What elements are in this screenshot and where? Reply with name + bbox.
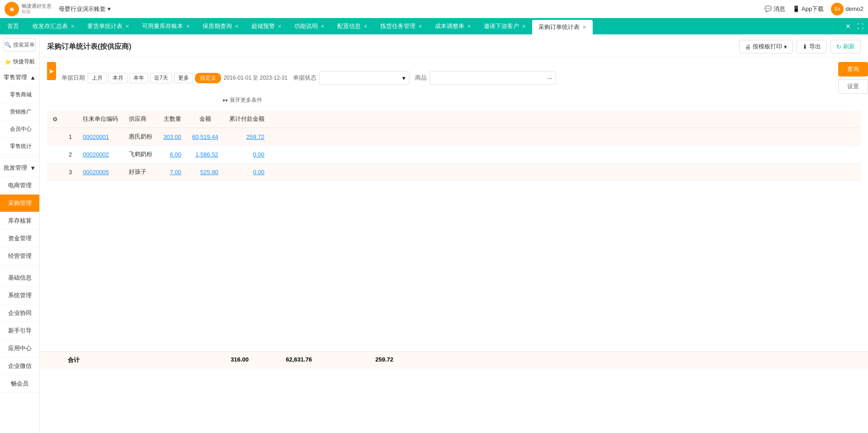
tab-available-stock[interactable]: 可用量库存账本 ✕ [136,18,196,34]
sidebar-item-basic-info[interactable]: 基础信息 [0,269,39,287]
sidebar-item-ops-mgmt[interactable]: 经营管理 [0,247,39,265]
row-amount-2[interactable]: 1,586.52 [187,146,224,163]
quick-nav-btn[interactable]: ⭐ 快捷导航 [0,55,39,69]
nav-maximize-btn[interactable]: ⛶ [854,22,866,31]
goods-input[interactable]: ··· [429,71,556,85]
print-btn[interactable]: 🖨 按模板打印 ▾ [739,40,793,53]
tab-overstock-warning[interactable]: 超储预警 ✕ [245,18,288,34]
top-bar-right: 💬 消息 📱 App下载 Ea demo2 [764,3,863,15]
ecommerce-mgmt-label: 电商管理 [8,182,32,189]
row-qty-2[interactable]: 6.00 [158,146,187,163]
row-paid-2[interactable]: 0.00 [224,146,270,163]
nav-close-btn[interactable]: ✕ [843,22,854,31]
app-download-btn[interactable]: 📱 App下载 [793,5,824,13]
sidebar-item-inventory-check[interactable]: 库存核算 [0,212,39,230]
close-icon[interactable]: ✕ [278,24,282,29]
action-buttons: 查询 设置 [838,62,868,94]
collapse-toggle-btn[interactable]: ▶ [47,62,56,80]
table-body: 1 00020001 惠氏奶粉 303.00 60,519.44 259.72 … [47,128,861,181]
row-qty-3[interactable]: 7.00 [158,163,187,181]
sidebar-item-enterprise-collab[interactable]: 企业协同 [0,305,39,322]
sidebar-item-enterprise-wechat[interactable]: 企业微信 [0,357,39,375]
quick-nav-label: 快捷导航 [13,58,35,66]
shortcut-custom[interactable]: 自定义 [195,73,221,83]
print-label: 按模板打印 [753,43,782,51]
close-icon[interactable]: ✕ [71,24,75,29]
tab-home[interactable]: 首页 [0,18,26,34]
workspace-selector[interactable]: 母婴行业演示账套 ▾ [55,3,114,15]
system-mgmt-label: 系统管理 [8,292,32,299]
retail-stats-label: 零售统计 [10,143,32,149]
th-settings[interactable]: ⚙ [47,110,63,128]
tab-func-desc[interactable]: 功能说明 ✕ [288,18,331,34]
tab-config-info[interactable]: 配置信息 ✕ [331,18,374,34]
sidebar-item-app-center[interactable]: 应用中心 [0,340,39,357]
sidebar: 🔍 搜索菜单 ⭐ 快捷导航 零售管理 ▲ 零售商城 营销推广 会员中心 零售统计… [0,34,40,433]
table-row: 1 00020001 惠氏奶粉 303.00 60,519.44 259.72 [47,128,861,146]
footer-amount: 62,631.76 [258,356,321,364]
row-unit-code-1[interactable]: 00020001 [77,128,123,146]
tab-purchase-order-stats[interactable]: 采购订单统计表 ✕ [532,20,593,34]
close-icon[interactable]: ✕ [186,24,190,29]
export-btn[interactable]: ⬇ 导出 [797,40,827,53]
close-icon[interactable]: ✕ [125,24,129,29]
tab-cost-adjust[interactable]: 成本调整单 ✕ [429,18,477,34]
chevron-down-icon: ▾ [108,5,111,12]
vip-member-label: 畅会员 [11,380,28,387]
close-icon[interactable]: ✕ [418,24,422,29]
sidebar-item-purchase-mgmt[interactable]: 采购管理 [0,195,39,212]
row-qty-1[interactable]: 303.00 [158,128,187,146]
row-amount-1[interactable]: 60,519.44 [187,128,224,146]
sidebar-item-ecommerce-mgmt[interactable]: 电商管理 [0,177,39,195]
th-unit-code: 往来单位编码 [77,110,123,128]
sidebar-item-retail-stats[interactable]: 零售统计 [0,138,39,155]
refresh-btn[interactable]: ↻ 刷新 [830,40,861,53]
close-icon[interactable]: ✕ [467,24,471,29]
close-icon[interactable]: ✕ [235,24,239,29]
close-icon[interactable]: ✕ [363,24,368,29]
close-icon[interactable]: ✕ [582,24,586,30]
row-unit-code-3[interactable]: 00020005 [77,163,123,181]
sidebar-item-member-center[interactable]: 会员中心 [0,121,39,138]
sidebar-item-vip-member[interactable]: 畅会员 [0,375,39,393]
sidebar-item-system-mgmt[interactable]: 系统管理 [0,287,39,305]
filter-content: 单据日期 上月 本月 本年 近7天 更多 自定义 2016-01-01 [61,62,868,107]
row-extra-1 [270,128,861,146]
sidebar-item-retail-mgmt[interactable]: 零售管理 ▲ [0,69,39,86]
page-header: 采购订单统计表(按供应商) 🖨 按模板打印 ▾ ⬇ 导出 ↻ 刷新 [40,34,868,57]
search-menu-btn[interactable]: 🔍 搜索菜单 [4,38,36,52]
sidebar-item-retail-mall[interactable]: 零售商城 [0,86,39,104]
sidebar-item-marketing[interactable]: 营销推广 [0,104,39,121]
tab-cost-adjust-label: 成本调整单 [435,22,464,30]
tab-collect-send[interactable]: 收发存汇总表 ✕ [26,18,81,34]
row-paid-3[interactable]: 0.00 [224,163,270,181]
sidebar-item-new-guide[interactable]: 新手引导 [0,322,39,340]
tab-collect-send-label: 收发存汇总表 [33,22,68,30]
message-btn[interactable]: 💬 消息 [764,5,785,13]
shortcut-last-month[interactable]: 上月 [88,73,107,83]
sidebar-item-finance-mgmt[interactable]: 资金管理 [0,230,39,247]
shortcut-this-year[interactable]: 本年 [129,73,148,83]
user-profile[interactable]: Ea demo2 [831,3,863,15]
row-paid-1[interactable]: 259.72 [224,128,270,146]
tab-goods-stats[interactable]: 要货单统计表 ✕ [81,18,136,34]
page-title: 采购订单统计表(按供应商) [47,42,132,52]
row-amount-3[interactable]: 525.80 [187,163,224,181]
query-btn[interactable]: 查询 [838,62,868,76]
app-logo: 畅 [5,2,19,16]
status-select[interactable]: ▾ [319,71,410,85]
settings-btn[interactable]: 设置 [838,79,868,94]
tab-pickup-task[interactable]: 拣货任务管理 ✕ [374,18,429,34]
sidebar-item-wholesale-mgmt[interactable]: 批发管理 ▼ [0,159,39,177]
tab-invite-downstream[interactable]: 邀请下游客户 ✕ [477,18,532,34]
shortcut-this-month[interactable]: 本月 [108,73,127,83]
shortcut-more[interactable]: 更多 [174,73,193,83]
expand-more-btn[interactable]: ▾▾ 展开更多条件 [61,94,423,107]
tab-expiry-query[interactable]: 保质期查询 ✕ [196,18,245,34]
shortcut-last-7-days[interactable]: 近7天 [150,73,172,83]
row-unit-code-2[interactable]: 00020002 [77,146,123,163]
close-icon[interactable]: ✕ [522,24,526,29]
row-settings-cell [47,146,63,163]
table-row: 3 00020005 好孩子 7.00 525.80 0.00 [47,163,861,181]
close-icon[interactable]: ✕ [321,24,325,29]
